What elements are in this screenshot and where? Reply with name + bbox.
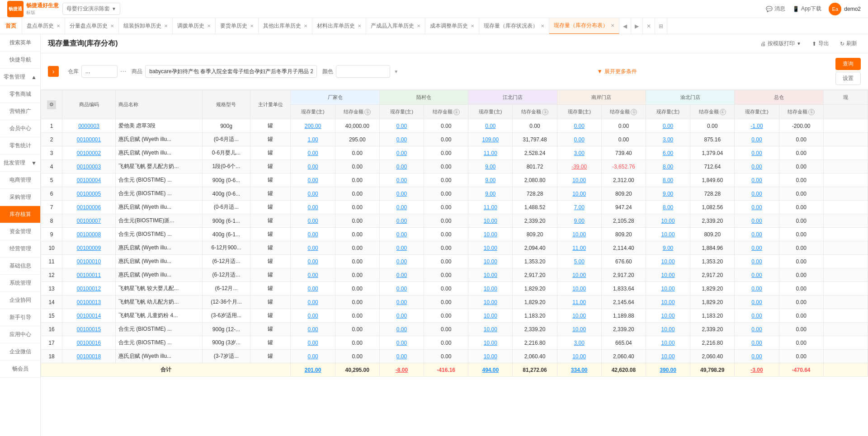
cell-wh2-qty[interactable]: 9.00 <box>468 173 513 187</box>
cell-wh4-qty[interactable]: 10.00 <box>646 255 690 268</box>
cell-wh1-qty[interactable]: 0.00 <box>379 133 424 146</box>
cell-code[interactable]: 00100005 <box>62 187 116 201</box>
cell-code[interactable]: 00100001 <box>62 133 116 146</box>
cell-wh1-qty[interactable]: 0.00 <box>379 214 424 228</box>
cell-wh0-qty[interactable]: 0.00 <box>291 173 335 187</box>
cell-wh0-qty[interactable]: 0.00 <box>291 282 335 295</box>
info-icon-3[interactable]: ① <box>542 109 548 115</box>
cell-wh2-qty[interactable]: 10.00 <box>468 214 513 228</box>
tab-close-3[interactable]: ✕ <box>164 23 168 28</box>
sidebar-item-retail-stats[interactable]: 零售统计 <box>0 137 40 155</box>
info-icon-2[interactable]: ① <box>453 109 460 115</box>
cell-wh5-qty[interactable]: 0.00 <box>735 295 779 309</box>
tab-close-7[interactable]: ✕ <box>358 23 361 28</box>
sidebar-item-search[interactable]: 搜索英单 <box>0 34 40 52</box>
cell-code[interactable]: 0000003 <box>62 119 116 133</box>
cell-wh2-qty[interactable]: 9.00 <box>468 187 513 201</box>
cell-wh0-qty[interactable]: 0.00 <box>291 187 335 201</box>
cell-wh5-qty[interactable]: 0.00 <box>735 173 779 187</box>
cell-wh1-qty[interactable]: 0.00 <box>379 323 424 336</box>
cell-wh3-qty[interactable]: 5.00 <box>557 255 601 268</box>
cell-wh4-qty[interactable]: 10.00 <box>646 350 690 363</box>
filter-toggle-btn[interactable]: › <box>48 66 59 77</box>
cell-wh5-qty[interactable]: 0.00 <box>735 214 779 228</box>
app-download-btn[interactable]: 📱 App下载 <box>793 5 821 13</box>
sidebar-item-finance[interactable]: 资金管理 <box>0 223 40 240</box>
cell-wh0-qty[interactable]: 0.00 <box>291 350 335 363</box>
tab-prev-btn[interactable]: ◀ <box>619 18 631 34</box>
cell-wh5-qty[interactable]: -1.00 <box>735 119 779 133</box>
cell-wh1-qty[interactable]: 0.00 <box>379 282 424 295</box>
sidebar-item-retail-mgmt[interactable]: 零售管理 ▲ <box>0 69 40 86</box>
cell-code[interactable]: 00100018 <box>62 350 116 363</box>
cell-wh2-qty[interactable]: 10.00 <box>468 295 513 309</box>
cell-wh3-qty[interactable]: 7.00 <box>557 201 601 214</box>
cell-wh2-qty[interactable]: 10.00 <box>468 268 513 282</box>
cell-wh3-qty[interactable]: 3.00 <box>557 146 601 160</box>
print-btn[interactable]: 🖨 按模版打印 ▼ <box>757 38 805 49</box>
cell-wh4-qty[interactable]: 0.00 <box>646 119 690 133</box>
cell-wh4-qty[interactable]: 10.00 <box>646 309 690 323</box>
info-icon-6[interactable]: ① <box>808 109 815 115</box>
color-dropdown-icon[interactable]: ▼ <box>394 69 398 74</box>
cell-wh2-qty[interactable]: 10.00 <box>468 282 513 295</box>
cell-wh3-qty[interactable]: 11.00 <box>557 241 601 255</box>
tab-3[interactable]: 组装拆卸单历史 ✕ <box>119 18 173 34</box>
cell-wh1-qty[interactable]: 0.00 <box>379 119 424 133</box>
cell-code[interactable]: 00100007 <box>62 214 116 228</box>
cell-wh5-qty[interactable]: 0.00 <box>735 350 779 363</box>
cell-code[interactable]: 00100008 <box>62 228 116 241</box>
cell-code[interactable]: 00100002 <box>62 146 116 160</box>
cell-wh0-qty[interactable]: 0.00 <box>291 241 335 255</box>
summary-factory-qty[interactable]: 201.00 <box>291 363 335 377</box>
cell-wh0-qty[interactable]: 0.00 <box>291 268 335 282</box>
cell-wh5-qty[interactable]: 0.00 <box>735 268 779 282</box>
settings-icon[interactable]: ⚙ <box>47 100 56 109</box>
tab-home[interactable]: 首页 <box>0 18 22 34</box>
tab-6[interactable]: 其他出库单历史 ✕ <box>259 18 312 34</box>
cell-wh0-qty[interactable]: 0.00 <box>291 214 335 228</box>
cell-wh1-qty[interactable]: 0.00 <box>379 350 424 363</box>
cell-code[interactable]: 00100012 <box>62 282 116 295</box>
cell-wh5-qty[interactable]: 0.00 <box>735 282 779 295</box>
cell-wh4-qty[interactable]: 8.00 <box>646 173 690 187</box>
tab-close-4[interactable]: ✕ <box>207 23 211 28</box>
cell-wh3-qty[interactable]: 10.00 <box>557 173 601 187</box>
tab-close-6[interactable]: ✕ <box>304 23 307 28</box>
cell-wh4-qty[interactable]: 10.00 <box>646 295 690 309</box>
tab-close-5[interactable]: ✕ <box>250 23 254 28</box>
cell-wh5-qty[interactable]: 0.00 <box>735 228 779 241</box>
cell-wh5-qty[interactable]: 0.00 <box>735 160 779 173</box>
cell-wh5-qty[interactable]: 0.00 <box>735 309 779 323</box>
cell-code[interactable]: 00100015 <box>62 323 116 336</box>
cell-code[interactable]: 00100014 <box>62 309 116 323</box>
cell-wh0-qty[interactable]: 0.00 <box>291 201 335 214</box>
tab-7[interactable]: 材料出库单历史 ✕ <box>312 18 366 34</box>
cell-wh0-qty[interactable]: 0.00 <box>291 309 335 323</box>
summary-nanan-qty[interactable]: 334.00 <box>557 363 601 377</box>
export-btn[interactable]: ⬆ 导出 <box>808 38 833 49</box>
cell-wh4-qty[interactable]: 8.00 <box>646 160 690 173</box>
info-icon-5[interactable]: ① <box>720 109 726 115</box>
tab-close-all-btn[interactable]: ✕ <box>643 18 655 34</box>
tab-close-2[interactable]: ✕ <box>110 23 114 28</box>
cell-wh3-qty[interactable]: 10.00 <box>557 282 601 295</box>
cell-wh0-qty[interactable]: 0.00 <box>291 228 335 241</box>
tab-10[interactable]: 现存量（库存状况表）✕ <box>479 18 549 34</box>
tab-5[interactable]: 要货单历史 ✕ <box>216 18 259 34</box>
sidebar-item-member-center[interactable]: 会员中心 <box>0 120 40 137</box>
summary-village-qty[interactable]: -8.00 <box>379 363 424 377</box>
cell-wh4-qty[interactable]: 10.00 <box>646 214 690 228</box>
cell-code[interactable]: 00100013 <box>62 295 116 309</box>
sidebar-item-basic-info[interactable]: 基础信息 <box>0 258 40 275</box>
cell-wh1-qty[interactable]: 0.00 <box>379 146 424 160</box>
cell-wh4-qty[interactable]: 10.00 <box>646 228 690 241</box>
cell-wh3-qty[interactable]: 0.00 <box>557 119 601 133</box>
cell-wh3-qty[interactable]: 10.00 <box>557 268 601 282</box>
cell-wh1-qty[interactable]: 0.00 <box>379 173 424 187</box>
goods-input[interactable] <box>145 65 317 78</box>
cell-wh4-qty[interactable]: 8.00 <box>646 201 690 214</box>
cell-wh3-qty[interactable]: 0.00 <box>557 133 601 146</box>
cell-wh0-qty[interactable]: 1.00 <box>291 133 335 146</box>
cell-wh2-qty[interactable]: 0.00 <box>468 119 513 133</box>
